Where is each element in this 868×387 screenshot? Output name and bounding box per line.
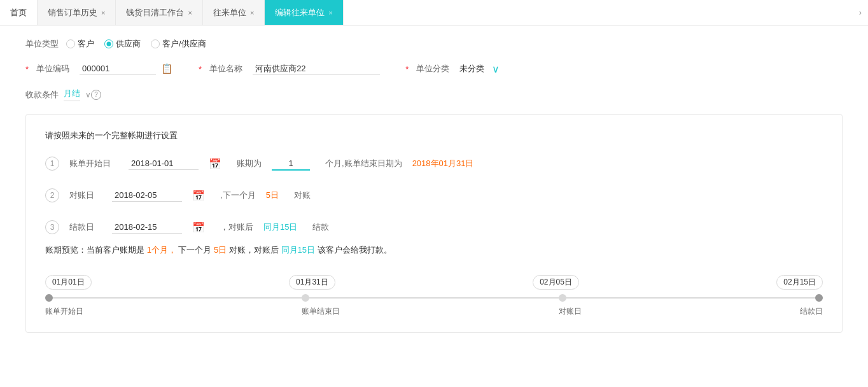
tab-bar: 首页 销售订单历史 × 钱货日清工作台 × 往来单位 × 编辑往来单位 × ›: [0, 0, 868, 25]
tl-dot-3: [815, 294, 823, 302]
preview-reconcile-prefix: 下一个月: [178, 245, 211, 255]
preview-text: 账期预览：当前客户账期是 1个月， 下一个月 5日 对账，对账后 同月15日 该…: [45, 244, 823, 256]
tab-cash-work[interactable]: 钱货日清工作台 ×: [116, 0, 202, 25]
tl-badge-3: 02月15日: [776, 275, 823, 290]
step-1-date-input[interactable]: [129, 157, 199, 170]
unit-code-label: 单位编码: [36, 63, 69, 74]
radio-supplier[interactable]: 供应商: [104, 38, 141, 50]
preview-period: 1个月，: [147, 245, 176, 255]
radio-both-circle: [151, 39, 160, 48]
main-content: 单位类型 客户 供应商 客户/供应商 * 单位编码 📋 * 单位名称: [0, 25, 868, 387]
tab-sales-history-label: 销售订单历史: [48, 7, 97, 18]
payment-terms-label: 收款条件: [25, 89, 59, 101]
payment-terms-dropdown-group: 月结 ∨: [64, 88, 91, 101]
tl-label-3: 结款日: [800, 306, 823, 317]
unit-name-star: *: [199, 64, 202, 74]
unit-name-group: * 单位名称: [199, 62, 380, 75]
radio-customer-circle: [66, 39, 75, 48]
unit-category-value: 未分类: [459, 63, 484, 74]
step-1-field-label: 账单开始日: [69, 158, 111, 169]
step-3-row: 3 结款日 📅 ，对账后 同月15日 结款: [45, 220, 823, 234]
step-1-period-unit: 个月,账单结束日期为: [325, 158, 402, 169]
radio-both[interactable]: 客户/供应商: [151, 38, 206, 50]
step-1-calendar-icon[interactable]: 📅: [209, 158, 221, 170]
step-3-calendar-icon[interactable]: 📅: [192, 222, 205, 234]
unit-name-label: 单位名称: [209, 63, 242, 74]
step-3-desc-suffix: 结款: [312, 222, 329, 233]
tab-sales-history[interactable]: 销售订单历史 ×: [38, 0, 116, 25]
tab-edit-counterparty[interactable]: 编辑往来单位 ×: [265, 0, 343, 25]
step-2-calendar-icon[interactable]: 📅: [192, 190, 205, 202]
tab-scroll-arrow[interactable]: ›: [853, 0, 868, 25]
tab-sales-history-close[interactable]: ×: [101, 9, 105, 17]
radio-supplier-label: 供应商: [116, 38, 141, 50]
tl-dot-0: [45, 294, 53, 302]
tl-badge-2: 02月05日: [533, 275, 579, 290]
step-2-row: 2 对账日 📅 ,下一个月 5日 对账: [45, 188, 823, 202]
tl-dots: [45, 294, 823, 302]
tl-dot-1: [302, 294, 309, 302]
radio-both-label: 客户/供应商: [162, 38, 206, 50]
timeline-wrapper: 01月01日 01月31日 02月05日 02月15日 账单开始日 账单结束日 …: [45, 275, 823, 317]
tl-badge-0: 01月01日: [45, 275, 92, 290]
tab-edit-counterparty-label: 编辑往来单位: [275, 7, 325, 18]
tab-edit-counterparty-close[interactable]: ×: [328, 9, 332, 17]
payment-terms-value: 月结: [64, 88, 80, 101]
unit-type-row: 单位类型 客户 供应商 客户/供应商: [25, 38, 843, 50]
unit-category-group: * 单位分类 未分类 ∨: [405, 63, 500, 75]
step-3-num: 3: [45, 220, 59, 234]
step-2-desc-prefix: ,下一个月: [220, 190, 256, 201]
preview-payment-suffix: 该客户会给我打款。: [318, 245, 392, 255]
tl-badges: 01月01日 01月31日 02月05日 02月15日: [45, 275, 823, 290]
step-2-desc-suffix: 对账: [294, 190, 311, 201]
unit-code-input[interactable]: [80, 62, 156, 75]
tl-labels: 账单开始日 账单结束日 对账日 结款日: [45, 306, 823, 317]
step-2-highlight: 5日: [266, 190, 279, 201]
step-3-field-label: 结款日: [69, 222, 94, 233]
step-2-field-label: 对账日: [69, 190, 94, 201]
step-3-highlight: 同月15日: [263, 222, 297, 233]
unit-code-star: *: [25, 64, 29, 74]
step-3-desc-prefix: ，对账后: [220, 222, 253, 233]
tl-line-wrap: [45, 293, 823, 302]
step-1-row: 1 账单开始日 📅 账期为 个月,账单结束日期为 2018年01月31日: [45, 157, 823, 171]
unit-code-group: * 单位编码 📋: [25, 62, 173, 75]
tl-label-0: 账单开始日: [45, 306, 83, 317]
step-2-date-input[interactable]: [112, 189, 182, 202]
tab-cash-work-label: 钱货日清工作台: [126, 7, 184, 18]
radio-customer-label: 客户: [78, 38, 94, 50]
unit-type-radio-group: 客户 供应商 客户/供应商: [66, 38, 206, 50]
radio-supplier-circle: [104, 39, 113, 48]
tab-cash-work-close[interactable]: ×: [188, 9, 192, 17]
unit-code-calendar-icon[interactable]: 📋: [161, 63, 173, 74]
step-1-num: 1: [45, 157, 59, 171]
step-1-period-input[interactable]: [272, 157, 310, 171]
unit-name-input[interactable]: [253, 62, 380, 75]
payment-terms-dropdown-arrow[interactable]: ∨: [85, 90, 91, 99]
settings-card: 请按照未来的一个完整帐期进行设置 1 账单开始日 📅 账期为 个月,账单结束日期…: [25, 114, 843, 333]
unit-category-star: *: [405, 64, 409, 74]
tab-counterparty-close[interactable]: ×: [250, 9, 254, 17]
unit-category-label: 单位分类: [416, 63, 449, 74]
tl-badge-1: 01月31日: [289, 275, 335, 290]
step-2-num: 2: [45, 188, 59, 202]
unit-category-dropdown-arrow[interactable]: ∨: [492, 63, 500, 75]
step-1-desc-prefix: 账期为: [237, 158, 262, 169]
unit-type-label: 单位类型: [25, 38, 59, 50]
tab-counterparty-label: 往来单位: [213, 7, 246, 18]
step-1-end-date: 2018年01月31日: [412, 158, 474, 169]
preview-reconcile-highlight: 5日: [214, 245, 227, 255]
preview-label: 账期预览：当前客户账期是: [45, 245, 144, 255]
tl-label-1: 账单结束日: [302, 306, 340, 317]
tab-counterparty[interactable]: 往来单位 ×: [203, 0, 265, 25]
tab-home[interactable]: 首页: [0, 0, 38, 25]
preview-payment-highlight: 同月15日: [281, 245, 315, 255]
step-3-date-input[interactable]: [112, 221, 182, 234]
tab-home-label: 首页: [10, 7, 27, 18]
preview-reconcile-suffix: 对账，对账后: [229, 245, 279, 255]
unit-info-row: * 单位编码 📋 * 单位名称 * 单位分类 未分类 ∨: [25, 62, 843, 75]
radio-customer[interactable]: 客户: [66, 38, 94, 50]
tl-dot-2: [559, 294, 566, 302]
tl-label-2: 对账日: [559, 306, 582, 317]
payment-terms-help-icon[interactable]: ?: [91, 90, 101, 100]
